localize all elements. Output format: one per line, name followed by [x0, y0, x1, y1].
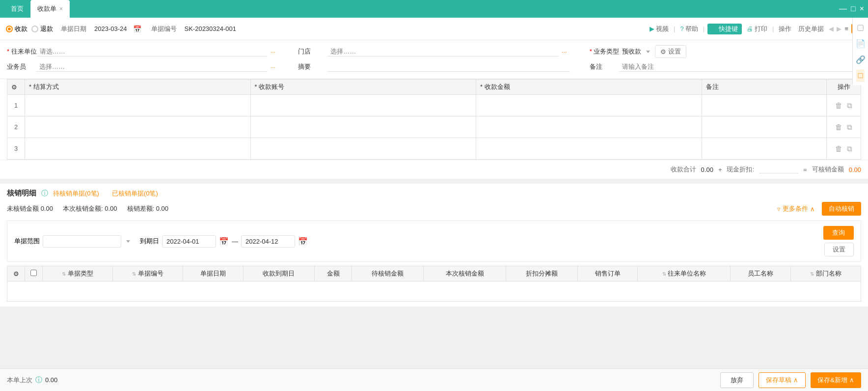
- range-select[interactable]: [43, 235, 121, 248]
- query-settings-btn[interactable]: 设置: [824, 243, 854, 256]
- print-icon: 🖨: [747, 25, 753, 32]
- unit-input[interactable]: [37, 47, 268, 56]
- pending-tab[interactable]: 待核销单据(0笔): [53, 189, 99, 198]
- prev-label: 本单上次: [7, 376, 32, 385]
- amount-th: * 收款金额: [476, 80, 702, 95]
- biz-section: 业务类型 预收款 ⚙ 设置: [590, 45, 861, 58]
- settings-btn[interactable]: ⚙ 设置: [655, 45, 686, 58]
- receipts-table-wrap: ⚙ * 结算方式 * 收款账号 * 收款金额 备注 操作: [0, 79, 868, 160]
- row-num: 3: [7, 138, 25, 160]
- settlement-cell[interactable]: [25, 138, 251, 160]
- num-label: 单据编号: [151, 25, 177, 33]
- detail-table-wrap: ⚙ ⇅ 单据类型 ⇅ 单据编号: [7, 266, 861, 302]
- query-right: 查询 设置: [823, 226, 854, 256]
- layout-icon[interactable]: ≡: [844, 25, 848, 32]
- settlement-cell[interactable]: [25, 95, 251, 116]
- help-btn[interactable]: ? 帮助: [678, 24, 700, 34]
- radio-tui[interactable]: 退款: [31, 25, 53, 33]
- remark-section: 备注: [590, 62, 861, 72]
- cal-from-icon[interactable]: 📅: [219, 237, 229, 246]
- total-value: 0.00: [701, 166, 713, 173]
- delete-icon[interactable]: 🗑: [835, 123, 842, 131]
- staff-more-icon[interactable]: ···: [267, 63, 278, 71]
- radio-tui-dot: [31, 26, 38, 32]
- detail-check-all[interactable]: [30, 270, 37, 276]
- date-from-input[interactable]: [162, 235, 216, 248]
- query-btn[interactable]: 查询: [823, 226, 854, 240]
- remark-cell[interactable]: [702, 138, 826, 160]
- staff-input[interactable]: [36, 62, 267, 72]
- hexiao-title: 核销明细: [7, 189, 36, 198]
- detail-check-th[interactable]: [25, 266, 43, 281]
- copy-icon[interactable]: ⧉: [847, 144, 852, 153]
- shop-more-icon[interactable]: ···: [559, 48, 570, 56]
- cal-to-icon[interactable]: 📅: [298, 237, 308, 246]
- summary-input[interactable]: [327, 62, 570, 72]
- tab-bar: 首页 收款单 × — □ ×: [0, 0, 868, 18]
- gear-icon: ⚙: [11, 84, 17, 91]
- draft-btn[interactable]: 保存草稿 ∧: [759, 372, 806, 388]
- tab-home[interactable]: 首页: [4, 0, 30, 18]
- radio-shou[interactable]: 收款: [6, 25, 27, 33]
- amount-cell[interactable]: [476, 138, 702, 160]
- detail-gear-th[interactable]: ⚙: [7, 266, 25, 281]
- hexiao-stats: 未核销金额 0.00 本次核销金额: 0.00 核销差额: 0.00 ▿ 更多条…: [7, 202, 861, 216]
- shortcut-btn[interactable]: ☷ 快捷键: [707, 24, 742, 34]
- remark-cell[interactable]: [702, 116, 826, 138]
- type-radio-group: 收款 退款: [6, 25, 53, 33]
- sidebar-link-icon[interactable]: 🔗: [854, 53, 868, 66]
- footer-info-icon[interactable]: ⓘ: [35, 376, 42, 385]
- minimize-icon[interactable]: —: [839, 4, 847, 13]
- delete-icon[interactable]: 🗑: [835, 144, 842, 153]
- prev-value: 0.00: [45, 376, 57, 384]
- sort-icon: ⇅: [662, 271, 666, 277]
- empty-row: [7, 281, 861, 302]
- ops-btn[interactable]: 操作: [777, 24, 793, 34]
- date-label: 单据日期: [61, 25, 86, 33]
- sort-icon: ⇅: [132, 271, 136, 277]
- num-value: SK-20230324-001: [185, 25, 237, 32]
- biz-dropdown-icon[interactable]: [646, 51, 650, 53]
- settlement-cell[interactable]: [25, 116, 251, 138]
- maximize-icon[interactable]: □: [851, 4, 856, 13]
- history-btn[interactable]: 历史单据: [796, 24, 826, 34]
- date-to-input[interactable]: [241, 235, 295, 248]
- tab-close-icon[interactable]: ×: [59, 5, 63, 12]
- unit-more-icon[interactable]: ···: [267, 48, 278, 56]
- more-conditions-btn[interactable]: ▿ 更多条件 ∧: [777, 204, 815, 213]
- table-row: 3 🗑 ⧉: [7, 138, 861, 160]
- done-tab[interactable]: 已核销单据(0笔): [112, 189, 158, 198]
- auto-hexiao-btn[interactable]: 自动核销: [822, 202, 861, 216]
- print-btn[interactable]: 🖨 打印: [745, 24, 769, 34]
- shop-input[interactable]: [327, 47, 558, 56]
- sidebar-expand-icon[interactable]: □: [856, 69, 865, 82]
- filter-row: ▿ 更多条件 ∧ 自动核销: [777, 202, 861, 216]
- account-cell[interactable]: [250, 116, 476, 138]
- close-window-icon[interactable]: ×: [860, 4, 864, 13]
- save-btn[interactable]: 保存&新增 ∧: [811, 372, 861, 388]
- account-cell[interactable]: [250, 138, 476, 160]
- copy-icon[interactable]: ⧉: [847, 123, 852, 131]
- detail-discount-th: 折扣分摊额: [506, 266, 577, 281]
- remark-cell[interactable]: [702, 95, 826, 116]
- sidebar-table-icon[interactable]: ▢: [855, 21, 866, 34]
- amount-cell[interactable]: [476, 95, 702, 116]
- discount-input[interactable]: [759, 166, 798, 173]
- unit-label: 往来单位: [7, 47, 37, 56]
- shortcut-icon: ☷: [711, 25, 717, 32]
- copy-icon[interactable]: ⧉: [847, 101, 852, 110]
- form-row-2: 业务员 ··· 摘要 备注: [7, 62, 861, 72]
- tab-active[interactable]: 收款单 ×: [30, 0, 70, 18]
- tab-active-label: 收款单: [37, 4, 56, 13]
- table-gear-th[interactable]: ⚙: [7, 80, 25, 95]
- amount-cell[interactable]: [476, 116, 702, 138]
- discard-btn[interactable]: 放弃: [720, 372, 754, 388]
- total-label: 收款合计: [671, 165, 696, 174]
- account-cell[interactable]: [250, 95, 476, 116]
- video-btn[interactable]: ▶ 视频: [648, 24, 671, 34]
- remark-input[interactable]: [619, 62, 861, 72]
- calendar-icon[interactable]: 📅: [133, 25, 141, 33]
- hexiao-info-icon[interactable]: ⓘ: [41, 189, 48, 198]
- sidebar-doc-icon[interactable]: 📄: [854, 37, 868, 50]
- delete-icon[interactable]: 🗑: [835, 101, 842, 110]
